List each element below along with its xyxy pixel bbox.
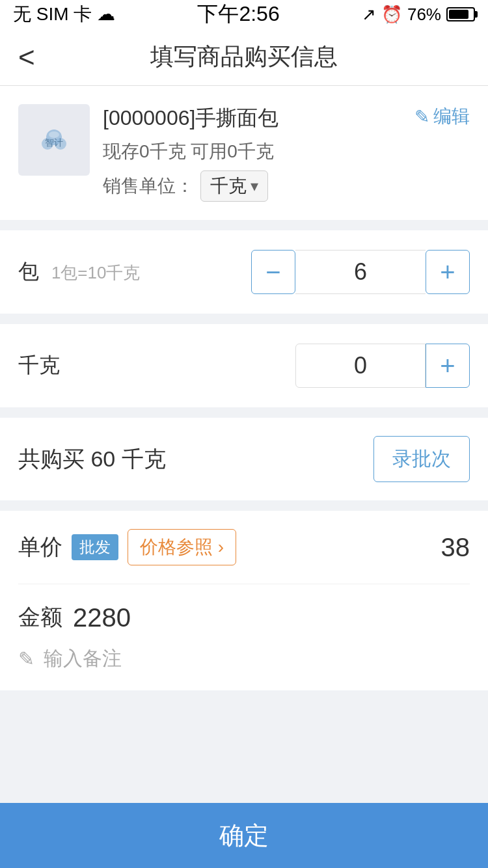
bao-controls: − +: [251, 250, 470, 294]
amount-row: 金额 2280: [18, 603, 470, 632]
summary-text: 共购买 60 千克: [18, 444, 166, 474]
product-stock: 现存0千克 可用0千克: [103, 139, 401, 164]
price-tag: 批发: [72, 534, 118, 560]
amount-section: 金额 2280 ✎ 输入备注: [0, 584, 488, 690]
bao-label: 包 1包=10千克: [18, 258, 140, 286]
battery-percent: 76%: [407, 5, 441, 25]
product-edit-button[interactable]: ✎ 编辑: [414, 104, 470, 129]
edit-icon: ✎: [414, 106, 429, 128]
battery-icon: [446, 7, 475, 21]
unit-select[interactable]: 千克 ▾: [200, 170, 268, 202]
kg-quantity-input[interactable]: [295, 344, 426, 388]
bao-input-section: 包 1包=10千克 − +: [0, 230, 488, 314]
sim-status: 无 SIM 卡 ☁: [13, 2, 115, 27]
content: 智计 [0000006]手撕面包 现存0千克 可用0千克 销售单位： 千克 ▾ …: [0, 86, 488, 868]
price-value: 38: [441, 533, 470, 562]
pencil-icon: ✎: [18, 647, 34, 670]
price-ref-button[interactable]: 价格参照 ›: [128, 529, 236, 565]
location-icon: ↗: [362, 5, 376, 25]
status-time: 下午2:56: [197, 0, 279, 29]
bao-minus-button[interactable]: −: [251, 250, 295, 294]
back-button[interactable]: <: [18, 43, 35, 72]
status-bar: 无 SIM 卡 ☁ 下午2:56 ↗ ⏰ 76%: [0, 0, 488, 29]
status-right: ↗ ⏰ 76%: [362, 5, 475, 25]
svg-text:智计: 智计: [45, 137, 63, 148]
kg-controls: +: [295, 344, 470, 388]
product-name: [0000006]手撕面包: [103, 104, 401, 133]
product-image: 智计: [18, 104, 90, 176]
summary-section: 共购买 60 千克 录批次: [0, 418, 488, 500]
price-label: 单价 批发 价格参照 ›: [18, 529, 236, 565]
unit-label: 销售单位：: [103, 174, 194, 198]
kg-input-row: 千克 +: [18, 324, 470, 407]
price-section: 单价 批发 价格参照 › 38: [0, 511, 488, 584]
alarm-icon: ⏰: [381, 5, 402, 25]
bao-input-row: 包 1包=10千克 − +: [18, 230, 470, 314]
product-card: 智计 [0000006]手撕面包 现存0千克 可用0千克 销售单位： 千克 ▾ …: [0, 86, 488, 220]
remark-row[interactable]: ✎ 输入备注: [18, 645, 470, 672]
bao-plus-button[interactable]: +: [426, 250, 470, 294]
batch-button[interactable]: 录批次: [373, 436, 470, 482]
kg-plus-button[interactable]: +: [426, 344, 470, 388]
product-info: [0000006]手撕面包 现存0千克 可用0千克 销售单位： 千克 ▾: [103, 104, 401, 202]
product-unit: 销售单位： 千克 ▾: [103, 170, 401, 202]
price-row: 单价 批发 价格参照 › 38: [18, 529, 470, 584]
kg-label: 千克: [18, 351, 60, 380]
confirm-button[interactable]: 确定: [0, 803, 488, 868]
amount-label: 金额: [18, 603, 62, 632]
chevron-down-icon: ▾: [251, 177, 258, 195]
amount-value: 2280: [73, 603, 131, 632]
bao-quantity-input[interactable]: [295, 250, 426, 294]
nav-bar: < 填写商品购买信息: [0, 29, 488, 86]
page-title: 填写商品购买信息: [150, 41, 338, 73]
status-left: 无 SIM 卡 ☁: [13, 2, 115, 27]
remark-placeholder: 输入备注: [44, 645, 122, 672]
bao-sublabel: 1包=10千克: [51, 263, 141, 282]
kg-input-section: 千克 +: [0, 324, 488, 407]
